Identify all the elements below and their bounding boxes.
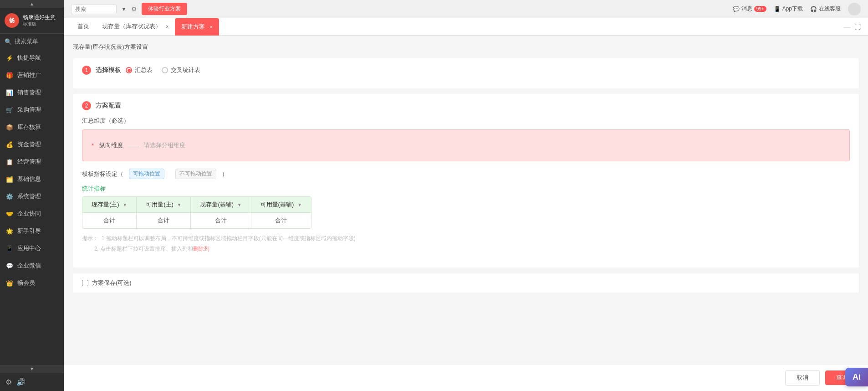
- phone-icon: 📱: [774, 6, 781, 12]
- step2-badge: 2: [82, 101, 91, 110]
- stat-table: 现存量(主) ▼ 可用量(主) ▼ 现存量(基辅) ▼: [82, 197, 311, 228]
- cell-0: 合计: [82, 213, 137, 229]
- non-draggable-badge: 不可拖动位置: [175, 169, 216, 179]
- messages-label: 消息: [741, 5, 752, 13]
- membership-icon: 👑: [5, 279, 14, 287]
- radio-cross[interactable]: 交叉统计表: [162, 66, 200, 74]
- settings-icon[interactable]: ⚙: [5, 378, 12, 386]
- sidebar-nav: ⚡ 快捷导航 🎁 营销推广 📊 销售管理 🛒 采购管理 📦 库存核算 💰 资金管…: [0, 49, 64, 365]
- user-avatar[interactable]: [848, 3, 861, 15]
- sidebar-item-cooperation[interactable]: 🤝 企业协同: [0, 205, 64, 222]
- app-download-button[interactable]: 📱 App下载: [774, 5, 803, 13]
- sidebar-item-system[interactable]: ⚙️ 系统管理: [0, 188, 64, 205]
- radio-cross-label: 交叉统计表: [171, 66, 200, 74]
- app-name: 畅康通好生意: [23, 14, 56, 21]
- sidebar-item-wechat-biz[interactable]: 💬 企业微信: [0, 257, 64, 274]
- window-minimize-icon[interactable]: —: [843, 23, 851, 31]
- search-icon: 🔍: [5, 38, 12, 45]
- chevron-down-icon-3: ▼: [297, 202, 302, 207]
- sidebar-item-label: 库存核算: [17, 123, 41, 131]
- sidebar-item-label: 企业协同: [17, 210, 41, 218]
- step2-header: 2 方案配置: [82, 101, 850, 110]
- sidebar-item-label: 畅会员: [17, 279, 35, 287]
- sidebar-item-label: 经营管理: [17, 158, 41, 166]
- sales-icon: 📊: [5, 88, 14, 97]
- step2-title: 方案配置: [96, 102, 121, 110]
- messages-button[interactable]: 💬 消息 99+: [733, 5, 766, 13]
- sidebar-item-finance[interactable]: 💰 资金管理: [0, 136, 64, 153]
- tip-1: 提示： 1.拖动标题栏可以调整布局，不可跨维度或指标区域拖动栏目字段(只能在同一…: [82, 235, 850, 242]
- col-header-1[interactable]: 可用量(主) ▼: [137, 197, 191, 213]
- chevron-down-icon-2: ▼: [237, 202, 242, 207]
- col-header-3[interactable]: 可用量(基辅) ▼: [251, 197, 311, 213]
- step1-section: 1 选择模板 汇总表 交叉统计表: [73, 58, 859, 88]
- online-service-button[interactable]: 🎧 在线客服: [810, 5, 841, 13]
- sidebar-item-app-center[interactable]: 📱 应用中心: [0, 240, 64, 257]
- col-header-2[interactable]: 现存量(基辅) ▼: [191, 197, 251, 213]
- sidebar-search[interactable]: 🔍 搜索菜单: [0, 34, 64, 49]
- tab-new-scheme[interactable]: 新建方案 ×: [175, 18, 219, 36]
- sidebar-item-new-guide[interactable]: 🌟 新手引导: [0, 222, 64, 240]
- sidebar-item-quick-nav[interactable]: ⚡ 快捷导航: [0, 49, 64, 67]
- step1-badge: 1: [82, 66, 91, 75]
- template-radio-group: 汇总表 交叉统计表: [126, 66, 200, 74]
- ai-float-button[interactable]: Ai: [845, 368, 868, 386]
- tab-inventory-status-label: 现存量（库存状况表）: [102, 22, 161, 31]
- messages-badge: 99+: [754, 6, 766, 12]
- quick-nav-icon: ⚡: [5, 54, 14, 62]
- tip-2: 2. 点击标题栏下拉可设置排序、插入列和删除列: [82, 245, 850, 253]
- page-title: 现存量(库存状况表)方案设置: [73, 43, 859, 51]
- app-name-block: 畅康通好生意 标准版: [23, 14, 56, 28]
- speaker-icon[interactable]: 🔊: [16, 378, 26, 386]
- required-mark: *: [92, 142, 94, 149]
- sidebar-item-marketing[interactable]: 🎁 营销推广: [0, 67, 64, 84]
- industry-solution-button[interactable]: 体验行业方案: [142, 3, 187, 15]
- system-icon: ⚙️: [5, 192, 14, 201]
- sidebar-item-label: 应用中心: [17, 244, 41, 252]
- sidebar-item-purchase[interactable]: 🛒 采购管理: [0, 101, 64, 118]
- cooperation-icon: 🤝: [5, 210, 14, 218]
- vertical-label: 纵向维度: [99, 141, 123, 149]
- tab-inventory-status[interactable]: 现存量（库存状况表） ×: [96, 18, 175, 36]
- sidebar-item-inventory[interactable]: 📦 库存核算: [0, 118, 64, 136]
- window-maximize-icon[interactable]: ⛶: [854, 23, 861, 31]
- topbar-gear-icon[interactable]: ⚙: [131, 5, 137, 13]
- sidebar-item-label: 系统管理: [17, 192, 41, 201]
- save-checkbox[interactable]: [82, 280, 88, 286]
- radio-summary[interactable]: 汇总表: [126, 66, 153, 74]
- headset-icon: 🎧: [810, 6, 817, 12]
- radio-summary-circle: [126, 67, 132, 73]
- sidebar-item-sales[interactable]: 📊 销售管理: [0, 84, 64, 101]
- topbar-dropdown-icon[interactable]: ▼: [121, 6, 127, 12]
- cancel-button[interactable]: 取消: [785, 370, 820, 386]
- sidebar: ▲ 畅 畅康通好生意 标准版 🔍 搜索菜单 ⚡ 快捷导航 🎁 营销推广 📊 销售…: [0, 0, 64, 391]
- wechat-biz-icon: 💬: [5, 262, 14, 270]
- content-area: 现存量(库存状况表)方案设置 1 选择模板 汇总表 交叉统计表: [64, 36, 868, 364]
- radio-cross-circle: [162, 67, 168, 73]
- tab-home[interactable]: 首页: [71, 18, 96, 36]
- tab-new-scheme-label: 新建方案: [181, 23, 205, 31]
- save-label: 方案保存(可选): [92, 279, 132, 287]
- col-header-0[interactable]: 现存量(主) ▼: [82, 197, 137, 213]
- sidebar-scroll-down[interactable]: ▼: [0, 365, 64, 373]
- topbar-search-input[interactable]: [71, 4, 117, 14]
- sidebar-item-membership[interactable]: 👑 畅会员: [0, 274, 64, 292]
- tab-new-scheme-close[interactable]: ×: [209, 24, 212, 30]
- search-label: 搜索菜单: [15, 37, 38, 46]
- dimension-label: 汇总维度（必选）: [82, 117, 850, 125]
- indicator-setting-suffix: ）: [222, 170, 228, 178]
- step1-title: 选择模板: [96, 66, 121, 74]
- tab-inventory-status-close[interactable]: ×: [166, 24, 168, 29]
- operations-icon: 📋: [5, 158, 14, 166]
- tab-bar: 首页 现存量（库存状况表） × 新建方案 × — ⛶: [64, 18, 868, 36]
- basic-info-icon: 🗂️: [5, 175, 14, 183]
- radio-summary-label: 汇总表: [135, 66, 153, 74]
- cell-1: 合计: [137, 213, 191, 229]
- sidebar-scroll-up[interactable]: ▲: [0, 0, 64, 8]
- sidebar-item-basic-info[interactable]: 🗂️ 基础信息: [0, 170, 64, 188]
- sidebar-item-operations[interactable]: 📋 经营管理: [0, 153, 64, 170]
- dimension-placeholder: 请选择分组维度: [144, 141, 185, 149]
- save-option: 方案保存(可选): [73, 273, 859, 293]
- delete-highlight: 删除列: [193, 246, 209, 252]
- new-guide-icon: 🌟: [5, 227, 14, 235]
